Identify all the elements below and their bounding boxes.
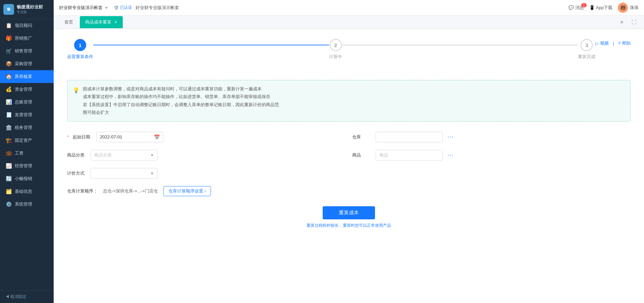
sidebar-header: 畅 畅捷通好业财 专业版 (0, 0, 54, 19)
accounting-icon: 📊 (5, 99, 12, 105)
tab-home[interactable]: 首页 (59, 16, 78, 28)
recalc-button[interactable]: 重算成本 (323, 206, 375, 219)
sidebar-item-label: 固定资产 (15, 137, 32, 143)
pricing-chevron-down-icon: ▼ (150, 171, 154, 175)
page-content: 1 设置重算条件 2 计算中 3 重算完成 (54, 29, 644, 303)
recalc-section: 重算成本 重算过程耗时较长，重算时您可以正常使用产品 (67, 206, 631, 228)
product-input[interactable]: 商品 (376, 150, 443, 161)
sidebar-item-label: 采购管理 (15, 61, 32, 67)
sidebar-item-marketing[interactable]: 🎁 营销推广 (0, 32, 54, 45)
sidebar-item-expense[interactable]: 🔄 小畅报销 (0, 172, 54, 185)
step-2-label: 计算中 (329, 54, 342, 60)
help-button[interactable]: ? 帮助 (618, 40, 631, 46)
video-button[interactable]: ▷ 视频 (595, 40, 609, 46)
form-row-3: 计价方式 ▼ (67, 168, 631, 179)
warehouse-order-row: 仓库计算顺序： 总仓->深圳仓库->...->门店仓 仓库计算顺序设置 › (67, 186, 631, 196)
sidebar-item-label: 资金管理 (15, 86, 32, 92)
warehouse-input[interactable] (376, 132, 443, 142)
sidebar-item-inventory[interactable]: 🏠 库存核算 (0, 70, 54, 83)
product-label: 商品 (352, 152, 372, 158)
sidebar-item-system[interactable]: ⚙️ 系统管理 (0, 198, 54, 211)
sidebar-item-label: 总账管理 (15, 99, 32, 105)
sidebar-item-label: 工资 (15, 150, 23, 156)
product-more-button[interactable]: ··· (446, 152, 455, 159)
sidebar-item-project[interactable]: 📋 项目顾问 (0, 19, 54, 32)
sidebar: 畅 畅捷通好业财 专业版 📋 项目顾问 🎁 营销推广 🛒 销售管理 📦 采购管理… (0, 0, 54, 303)
start-date-group: * 起始日期 2022-07-01 📅 (67, 132, 345, 142)
question-icon: ? (618, 41, 621, 46)
category-chevron-down-icon: ▼ (150, 153, 154, 157)
tax-icon: 🏛️ (5, 125, 12, 131)
category-select[interactable]: 商品分类 ▼ (91, 150, 158, 161)
user-avatar[interactable]: 🐻 珠珠 (618, 3, 639, 13)
assets-icon: 🏗️ (5, 137, 12, 143)
sidebar-item-label: 经营管理 (15, 163, 32, 169)
sales-icon: 🛒 (5, 48, 12, 54)
pricing-select[interactable]: ▼ (91, 168, 158, 179)
app-download-label: App下载 (596, 5, 612, 11)
expense-icon: 🔄 (5, 176, 12, 182)
info-line-3: 若【系统设置】中启用了自动调整记账日期时，会调整入库单的整单记账日期，因此重新计… (83, 101, 279, 109)
steps-helper: ▷ 视频 | ? 帮助 (595, 39, 631, 46)
verified-account-name: 好业财专业版演示帐套 (136, 5, 179, 11)
sidebar-item-salary[interactable]: 💼 工资 (0, 147, 54, 160)
tabbar: 首页 商品成本重算 ✕ ✕ ⛶ (54, 15, 644, 29)
step-1-label: 设置重算条件 (67, 54, 93, 60)
tab-close-window-button[interactable]: ✕ (617, 17, 627, 27)
sidebar-nav: 📋 项目顾问 🎁 营销推广 🛒 销售管理 📦 采购管理 🏠 库存核算 💰 资金管… (0, 19, 54, 290)
topbar: 好业财专业版演示帐套 ▼ 🛡️ 已认证 好业财专业版演示帐套 💬 消息 1 📱 … (54, 0, 644, 15)
tab-recalc-label: 商品成本重算 (85, 19, 111, 25)
avatar-image: 🐻 (618, 3, 628, 13)
step-2: 2 计算中 (329, 39, 342, 60)
sidebar-item-operations[interactable]: 📈 经营管理 (0, 160, 54, 172)
finance-icon: 💰 (5, 86, 12, 92)
tab-recalc[interactable]: 商品成本重算 ✕ (80, 16, 123, 28)
sidebar-pin-toggle[interactable]: ◀ 取消固定 (0, 290, 54, 303)
sidebar-item-assets[interactable]: 🏗️ 固定资产 (0, 134, 54, 147)
sidebar-item-accounting[interactable]: 📊 总账管理 (0, 96, 54, 109)
pin-label: ◀ 取消固定 (5, 294, 26, 300)
info-content: 因成本计算参数调整，或是对商品成本有疑问时，可以通过成本重算功能，重新计算一遍成… (83, 85, 279, 117)
app-title: 畅捷通好业财 (17, 4, 43, 10)
start-date-input[interactable]: 2022-07-01 📅 (96, 132, 163, 142)
sidebar-item-sales[interactable]: 🛒 销售管理 (0, 45, 54, 57)
message-button[interactable]: 💬 消息 1 (569, 5, 584, 11)
invoice-icon: 🧾 (5, 112, 12, 118)
main-area: 好业财专业版演示帐套 ▼ 🛡️ 已认证 好业财专业版演示帐套 💬 消息 1 📱 … (54, 0, 644, 303)
sidebar-item-label: 销售管理 (15, 48, 32, 54)
operations-icon: 📈 (5, 163, 12, 169)
steps-indicator: 1 设置重算条件 2 计算中 3 重算完成 (67, 39, 595, 60)
lightbulb-icon: 💡 (73, 86, 79, 117)
sidebar-item-label: 发票管理 (15, 112, 32, 118)
recalc-note: 重算过程耗时较长，重算时您可以正常使用产品 (307, 223, 391, 228)
tab-home-label: 首页 (64, 19, 73, 25)
category-label: 商品分类 (67, 152, 87, 158)
sidebar-item-label: 库存核算 (15, 74, 32, 80)
sidebar-item-basic[interactable]: 🗂️ 基础信息 (0, 185, 54, 198)
tab-expand-button[interactable]: ⛶ (629, 17, 639, 27)
tab-close-icon[interactable]: ✕ (114, 20, 117, 25)
warehouse-more-button[interactable]: ··· (446, 133, 455, 140)
sidebar-item-label: 项目顾问 (15, 23, 32, 29)
info-line-4: 围可能会扩大 (83, 109, 279, 116)
account-selector[interactable]: 好业财专业版演示帐套 ▼ (59, 5, 108, 11)
step-3-circle: 3 (581, 39, 593, 51)
sidebar-item-tax[interactable]: 🏛️ 税务管理 (0, 121, 54, 134)
sidebar-item-label: 营销推广 (15, 35, 32, 41)
sidebar-item-invoice[interactable]: 🧾 发票管理 (0, 109, 54, 121)
app-download-button[interactable]: 📱 App下载 (589, 5, 612, 11)
sidebar-item-purchase[interactable]: 📦 采购管理 (0, 57, 54, 70)
warehouse-order-settings-button[interactable]: 仓库计算顺序设置 › (163, 186, 211, 196)
step-line-2 (342, 45, 578, 45)
verified-text: 已认证 (120, 5, 132, 10)
step-3: 3 重算完成 (578, 39, 595, 60)
product-placeholder: 商品 (379, 152, 388, 158)
info-line-1: 因成本计算参数调整，或是对商品成本有疑问时，可以通过成本重算功能，重新计算一遍成… (83, 85, 279, 93)
app-subtitle: 专业版 (17, 10, 43, 14)
step-line-1 (93, 45, 329, 45)
product-group: 商品 商品 ··· (352, 150, 631, 161)
verified-badge: 🛡️ 已认证 (114, 5, 132, 10)
message-icon: 💬 (569, 5, 574, 10)
sidebar-item-finance[interactable]: 💰 资金管理 (0, 83, 54, 96)
form-row-2: 商品分类 商品分类 ▼ 商品 商品 ··· (67, 150, 631, 161)
